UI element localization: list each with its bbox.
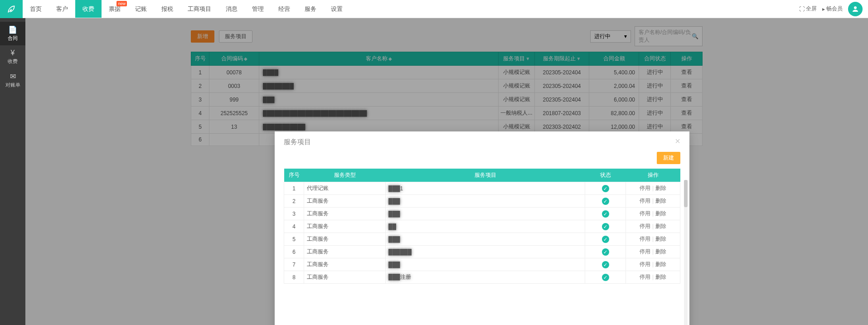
cell-status: ✓ bbox=[585, 246, 626, 258]
topnav-item-7[interactable]: 消息 bbox=[218, 0, 245, 18]
cell-seq: 5 bbox=[284, 233, 304, 246]
cell-seq: 2 bbox=[284, 195, 304, 208]
check-icon: ✓ bbox=[602, 248, 609, 256]
sidebar-label: 合同 bbox=[8, 35, 18, 41]
cell-ops: 停用|删除 bbox=[626, 182, 680, 195]
stop-link[interactable]: 停用 bbox=[638, 274, 652, 280]
delete-link[interactable]: 删除 bbox=[654, 274, 668, 280]
check-icon: ✓ bbox=[602, 261, 609, 268]
scrollbar[interactable] bbox=[684, 180, 688, 325]
logo[interactable] bbox=[0, 0, 23, 18]
cell-type: 工商服务 bbox=[304, 233, 386, 246]
check-icon: ✓ bbox=[602, 223, 609, 230]
main: 新增 服务项目 进行中 ▾ 客户名称/合同编码/负责人 🔍 序号合同编码◆客户名… bbox=[25, 18, 868, 325]
topnav-item-11[interactable]: 设置 bbox=[324, 0, 350, 18]
check-icon: ✓ bbox=[602, 185, 609, 192]
delete-link[interactable]: 删除 bbox=[654, 185, 668, 191]
new-badge: new bbox=[116, 1, 127, 6]
service-table: 序号服务类型服务项目状态操作 1代理记账███1✓停用|删除2工商服务███✓停… bbox=[284, 169, 680, 284]
delete-link[interactable]: 删除 bbox=[654, 210, 668, 217]
stop-link[interactable]: 停用 bbox=[638, 261, 652, 267]
sidebar-item-1[interactable]: ¥收费 bbox=[0, 45, 25, 68]
cell-type: 工商服务 bbox=[304, 258, 386, 271]
fullscreen-label: 全屏 bbox=[806, 5, 817, 13]
mgrid-header: 序号 bbox=[284, 169, 304, 182]
delete-link[interactable]: 删除 bbox=[654, 261, 668, 267]
cell-type: 工商服务 bbox=[304, 208, 386, 220]
service-row: 8工商服务███注册✓停用|删除 bbox=[284, 271, 680, 284]
topnav-item-4[interactable]: 记账 bbox=[128, 0, 154, 18]
cell-ops: 停用|删除 bbox=[626, 208, 680, 220]
cell-seq: 6 bbox=[284, 246, 304, 258]
member-button[interactable]: ▸ 畅会员 bbox=[822, 5, 843, 13]
topnav-item-3[interactable]: 票据new bbox=[102, 0, 128, 18]
service-row: 1代理记账███1✓停用|删除 bbox=[284, 182, 680, 195]
delete-link[interactable]: 删除 bbox=[654, 198, 668, 204]
feather-icon bbox=[7, 5, 16, 14]
cell-proj: ███1 bbox=[386, 182, 585, 195]
mgrid-header: 服务项目 bbox=[386, 169, 585, 182]
topnav-item-0[interactable]: 首页 bbox=[23, 0, 49, 18]
cell-ops: 停用|删除 bbox=[626, 258, 680, 271]
scrollbar-thumb[interactable] bbox=[684, 180, 688, 207]
cell-type: 代理记账 bbox=[304, 182, 386, 195]
cell-status: ✓ bbox=[585, 195, 626, 208]
service-row: 6工商服务██████✓停用|删除 bbox=[284, 246, 680, 258]
check-icon: ✓ bbox=[602, 198, 609, 205]
cell-ops: 停用|删除 bbox=[626, 246, 680, 258]
service-row: 4工商服务██✓停用|删除 bbox=[284, 220, 680, 233]
stop-link[interactable]: 停用 bbox=[638, 236, 652, 242]
play-icon: ▸ bbox=[822, 6, 825, 12]
mgrid-header: 状态 bbox=[585, 169, 626, 182]
cell-proj: ███ bbox=[386, 258, 585, 271]
topnav-item-8[interactable]: 管理 bbox=[245, 0, 271, 18]
stop-link[interactable]: 停用 bbox=[638, 248, 652, 255]
sidebar-icon: ¥ bbox=[0, 49, 25, 57]
stop-link[interactable]: 停用 bbox=[638, 210, 652, 217]
sidebar-item-2[interactable]: ✉对账单 bbox=[0, 68, 25, 92]
topnav-item-2[interactable]: 收费 bbox=[75, 0, 102, 18]
modal-header: 服务项目 × bbox=[275, 131, 689, 149]
check-icon: ✓ bbox=[602, 274, 609, 281]
delete-link[interactable]: 删除 bbox=[654, 248, 668, 255]
sidebar-item-0[interactable]: 📄合同 bbox=[0, 22, 25, 45]
topnav-item-6[interactable]: 工商项目 bbox=[180, 0, 218, 18]
topnav-item-10[interactable]: 服务 bbox=[297, 0, 324, 18]
topbar: 首页客户收费票据new记账报税工商项目消息管理经营服务设置 ⛶ 全屏 ▸ 畅会员 bbox=[0, 0, 868, 18]
new-button[interactable]: 新建 bbox=[657, 152, 680, 164]
mgrid-header: 操作 bbox=[626, 169, 680, 182]
sidebar-label: 对账单 bbox=[5, 82, 20, 87]
cell-proj: ███ bbox=[386, 208, 585, 220]
svg-point-0 bbox=[854, 6, 857, 9]
modal-body: 新建 序号服务类型服务项目状态操作 1代理记账███1✓停用|删除2工商服务██… bbox=[275, 149, 689, 325]
delete-link[interactable]: 删除 bbox=[654, 236, 668, 242]
cell-status: ✓ bbox=[585, 208, 626, 220]
cell-status: ✓ bbox=[585, 233, 626, 246]
fullscreen-icon: ⛶ bbox=[799, 6, 805, 12]
stop-link[interactable]: 停用 bbox=[638, 198, 652, 204]
topnav-item-9[interactable]: 经营 bbox=[271, 0, 297, 18]
cell-status: ✓ bbox=[585, 271, 626, 284]
cell-status: ✓ bbox=[585, 220, 626, 233]
cell-proj: ███ bbox=[386, 233, 585, 246]
close-icon[interactable]: × bbox=[675, 136, 680, 146]
fullscreen-button[interactable]: ⛶ 全屏 bbox=[799, 5, 817, 13]
topbar-right: ⛶ 全屏 ▸ 畅会员 bbox=[799, 2, 868, 16]
stop-link[interactable]: 停用 bbox=[638, 223, 652, 229]
cell-ops: 停用|删除 bbox=[626, 271, 680, 284]
topnav-item-1[interactable]: 客户 bbox=[49, 0, 75, 18]
service-row: 7工商服务███✓停用|删除 bbox=[284, 258, 680, 271]
cell-ops: 停用|删除 bbox=[626, 233, 680, 246]
sidebar-label: 收费 bbox=[8, 58, 18, 64]
sidebar: 📄合同¥收费✉对账单 bbox=[0, 18, 25, 325]
cell-seq: 1 bbox=[284, 182, 304, 195]
cell-seq: 7 bbox=[284, 258, 304, 271]
body: 📄合同¥收费✉对账单 新增 服务项目 进行中 ▾ 客户名称/合同编码/负责人 🔍 bbox=[0, 18, 868, 325]
cell-type: 工商服务 bbox=[304, 220, 386, 233]
delete-link[interactable]: 删除 bbox=[654, 223, 668, 229]
avatar[interactable] bbox=[848, 2, 863, 16]
sidebar-icon: 📄 bbox=[0, 25, 25, 34]
topnav-item-5[interactable]: 报税 bbox=[154, 0, 180, 18]
stop-link[interactable]: 停用 bbox=[638, 185, 652, 191]
cell-type: 工商服务 bbox=[304, 271, 386, 284]
